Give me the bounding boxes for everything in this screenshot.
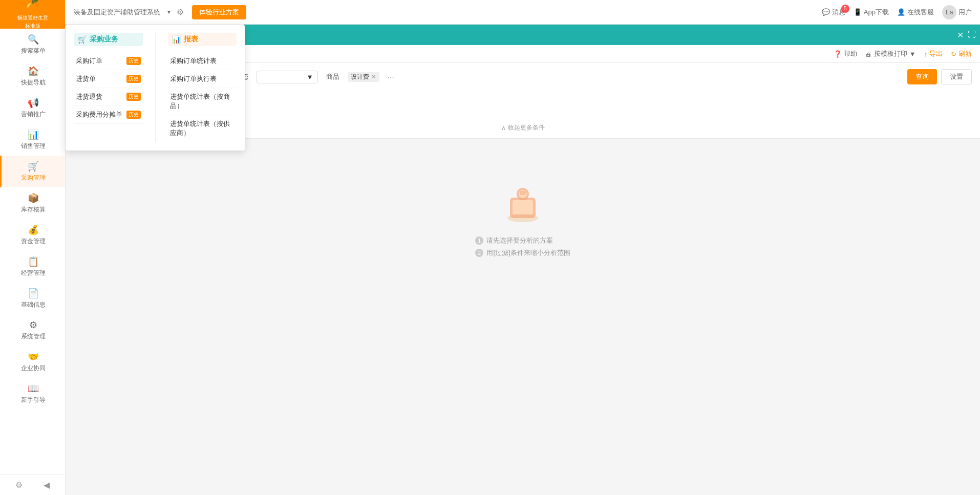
receipt-stats-supplier-label: 进货单统计表（按供应商） — [170, 119, 235, 138]
footer-settings-btn[interactable]: ⚙ — [15, 480, 23, 490]
purchase-order-exec-item[interactable]: 采购订单执行表 — [168, 70, 237, 88]
sidebar-item-inventory[interactable]: 📦 库存核算 — [0, 187, 65, 219]
search-icon: 🔍 — [28, 34, 39, 45]
receipt-stats-goods-item[interactable]: 进货单统计表（按商品） — [168, 88, 237, 115]
operation-icon: 📋 — [28, 256, 39, 267]
purchase-order-stats-label: 采购订单统计表 — [170, 56, 217, 66]
topnav: 装备及固定资产辅助管理系统 ▼ ⚙ 体验行业方案 💬 消息 5 📱 App下载 … — [66, 0, 980, 25]
sidebar-item-sales[interactable]: 📊 销售管理 — [0, 124, 65, 156]
sidebar-item-finance[interactable]: 💰 资金管理 — [0, 219, 65, 251]
empty-tip-2: 2 用[过滤]条件来缩小分析范围 — [475, 248, 570, 257]
collapse-label: 收起更多条件 — [508, 123, 545, 132]
status-arrow-icon: ▼ — [307, 73, 313, 81]
home-icon: 🏠 — [28, 66, 39, 77]
empty-tips: 1 请先选择要分析的方案 2 用[过滤]条件来缩小分析范围 — [475, 236, 570, 257]
help-icon: ❓ — [834, 50, 842, 58]
system-title: 装备及固定资产辅助管理系统 — [74, 8, 160, 17]
goods-receipt-history-badge: 历史 — [126, 75, 141, 83]
app-download-label: App下载 — [864, 8, 889, 17]
finance-icon: 💰 — [28, 224, 39, 235]
search-button[interactable]: 查询 — [907, 69, 937, 84]
sidebar-item-purchase[interactable]: 🛒 采购管理 — [0, 156, 65, 187]
tabbar-close-icon[interactable]: ✕ — [957, 30, 964, 40]
refresh-btn[interactable]: ↻ 刷新 — [951, 49, 972, 58]
sidebar-item-search[interactable]: 🔍 搜索菜单 — [0, 29, 65, 60]
topnav-right: 💬 消息 5 📱 App下载 👤 在线客服 Ea 用户 — [822, 5, 972, 19]
app-download-btn[interactable]: 📱 App下载 — [854, 8, 889, 17]
online-service-btn[interactable]: 👤 在线客服 — [897, 8, 934, 17]
sidebar-item-marketing[interactable]: 📢 营销推广 — [0, 92, 65, 124]
message-btn[interactable]: 💬 消息 5 — [822, 8, 845, 17]
sidebar-item-label: 经营管理 — [21, 269, 46, 277]
purchase-order-label: 采购订单 — [76, 56, 102, 66]
system-icon: ⚙ — [29, 319, 37, 331]
menu-divider — [155, 33, 156, 142]
report-menu-header: 📊 报表 — [168, 33, 237, 46]
avatar-initials: Ea — [946, 9, 953, 16]
goods-tag: 设计费 ✕ — [348, 72, 379, 82]
trial-button[interactable]: 体验行业方案 — [192, 5, 246, 19]
topnav-settings-icon[interactable]: ⚙ — [177, 7, 184, 17]
user-btn[interactable]: Ea 用户 — [942, 5, 972, 19]
help-label: 帮助 — [844, 49, 857, 58]
status-select[interactable]: ▼ — [257, 71, 318, 83]
purchase-expense-item[interactable]: 采购费用分摊单 历史 — [74, 106, 143, 124]
report-menu-col: 📊 报表 采购订单统计表 采购订单执行表 进货单统计表（按商品） 进货单统计表（… — [168, 33, 237, 142]
purchase-order-history-badge: 历史 — [126, 57, 141, 65]
sidebar-item-operation[interactable]: 📋 经营管理 — [0, 251, 65, 283]
sidebar-item-quick-nav[interactable]: 🏠 快捷导航 — [0, 60, 65, 92]
sales-icon: 📊 — [28, 129, 39, 140]
sidebar-item-label: 搜索菜单 — [21, 47, 46, 55]
print-btn[interactable]: 🖨 按模板打印 ▼ — [865, 49, 916, 58]
goods-receipt-item[interactable]: 进货单 历史 — [74, 70, 143, 88]
tip-text-1: 请先选择要分析的方案 — [486, 236, 553, 245]
sidebar-item-enterprise[interactable]: 🤝 企业协同 — [0, 346, 65, 378]
receipt-stats-supplier-item[interactable]: 进货单统计表（按供应商） — [168, 115, 237, 142]
system-dropdown[interactable]: ▼ — [164, 9, 172, 15]
svg-rect-2 — [513, 200, 533, 214]
sidebar-item-label: 库存核算 — [21, 205, 46, 214]
collapse-button[interactable]: ∧ 收起更多条件 — [501, 123, 545, 132]
help-btn[interactable]: ❓ 帮助 — [834, 49, 857, 58]
service-icon: 👤 — [897, 8, 905, 16]
logo-text: 畅捷通好生意 — [17, 14, 48, 21]
goods-return-item[interactable]: 进货退货 历史 — [74, 88, 143, 106]
tabbar-right: ✕ ⛶ — [957, 30, 980, 40]
goods-tag-close-icon[interactable]: ✕ — [371, 73, 376, 80]
receipt-stats-goods-label: 进货单统计表（按商品） — [170, 92, 235, 111]
logo: 🍊 畅捷通好生意 标准版 — [0, 0, 65, 29]
purchase-menu-header-label: 采购业务 — [90, 35, 118, 44]
export-btn[interactable]: ↑ 导出 — [924, 49, 943, 58]
svg-rect-5 — [520, 191, 526, 195]
phone-icon: 📱 — [854, 8, 862, 16]
refresh-icon: ↻ — [951, 50, 956, 58]
sidebar-item-basic[interactable]: 📄 基础信息 — [0, 283, 65, 314]
enterprise-icon: 🤝 — [28, 351, 39, 362]
purchase-order-exec-label: 采购订单执行表 — [170, 74, 217, 83]
logo-icon: 🍊 — [25, 0, 40, 13]
sidebar: 🍊 畅捷通好生意 标准版 🔍 搜索菜单 🏠 快捷导航 📢 营销推广 📊 销售管理… — [0, 0, 66, 495]
sidebar-item-label: 基础信息 — [21, 300, 46, 309]
settings-button[interactable]: 设置 — [941, 69, 972, 84]
guide-icon: 📖 — [28, 383, 39, 394]
footer-collapse-btn[interactable]: ◀ — [44, 480, 50, 490]
sidebar-item-system[interactable]: ⚙ 系统管理 — [0, 314, 65, 346]
empty-tip-1: 1 请先选择要分析的方案 — [475, 236, 570, 245]
sidebar-item-label: 营销推广 — [21, 110, 46, 119]
sidebar-item-label: 新手引导 — [21, 396, 46, 404]
tabbar-expand-icon[interactable]: ⛶ — [968, 30, 976, 39]
goods-more-icon[interactable]: ··· — [388, 73, 395, 81]
print-arrow-icon: ▼ — [909, 50, 916, 58]
inventory-icon: 📦 — [28, 192, 39, 204]
goods-return-history-badge: 历史 — [126, 93, 141, 101]
message-badge: 5 — [841, 5, 849, 13]
message-icon: 💬 — [822, 8, 830, 16]
goods-tag-value: 设计费 — [351, 73, 369, 81]
purchase-order-item[interactable]: 采购订单 历史 — [74, 52, 143, 70]
goods-label: 商品 — [326, 72, 339, 81]
sidebar-item-label: 系统管理 — [21, 332, 46, 341]
sidebar-item-guide[interactable]: 📖 新手引导 — [0, 378, 65, 410]
purchase-order-stats-item[interactable]: 采购订单统计表 — [168, 52, 237, 70]
sidebar-footer: ⚙ ◀ — [0, 475, 65, 495]
purchase-expense-history-badge: 历史 — [126, 111, 141, 119]
